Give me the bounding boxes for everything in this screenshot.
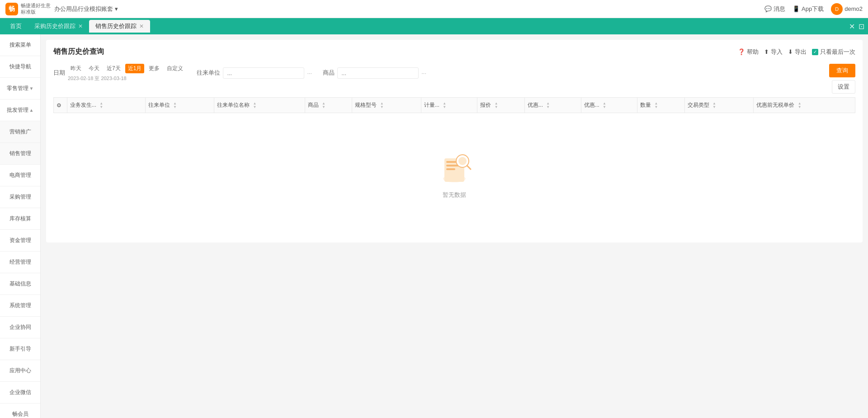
table-header-quoted-price[interactable]: 报价 ▲▼ <box>477 98 525 113</box>
svg-point-6 <box>458 157 467 165</box>
product-filter-group: 商品 ··· <box>323 67 426 79</box>
table-header-trade-type[interactable]: 交易类型 ▲▼ <box>684 98 754 113</box>
sidebar-item-search-menu[interactable]: 搜索菜单 <box>0 34 40 56</box>
query-button[interactable]: 查询 <box>829 64 855 77</box>
only-last-label: 只看最后一次 <box>820 48 855 56</box>
sidebar-marketing-promo-label: 营销推广 <box>9 128 31 136</box>
sidebar-item-member[interactable]: 畅会员 <box>0 404 40 418</box>
tab-sales-history[interactable]: 销售历史价跟踪 ✕ <box>89 20 150 33</box>
date-filter-label: 日期 <box>53 69 65 77</box>
sidebar-purchase-mgmt-label: 采购管理 <box>9 193 31 201</box>
settings-button[interactable]: 设置 <box>832 80 855 94</box>
sidebar-item-basic-info[interactable]: 基础信息 <box>0 273 40 295</box>
table-header-product[interactable]: 商品 ▲▼ <box>305 98 352 113</box>
app-selector[interactable]: 办公用品行业模拟账套 ▾ <box>54 5 118 13</box>
table-header-discount2[interactable]: 优惠... ▲▼ <box>581 98 637 113</box>
tab-home-label: 首页 <box>10 22 22 30</box>
sidebar-item-enterprise-wechat[interactable]: 企业微信 <box>0 382 40 404</box>
message-btn[interactable]: 💬 消息 <box>764 5 785 13</box>
sidebar-item-operations-mgmt[interactable]: 经营管理 <box>0 252 40 273</box>
checkbox-checked-icon: ✓ <box>812 49 818 55</box>
date-tab-yesterday[interactable]: 昨天 <box>68 64 84 73</box>
sidebar-item-finance-mgmt[interactable]: 资金管理 <box>0 230 40 252</box>
sidebar-item-system-mgmt[interactable]: 系统管理 <box>0 295 40 317</box>
main-layout: 搜索菜单 快捷导航 零售管理 ▼ 批发管理 ▲ 营销推广 销售管理 电商管理 采… <box>0 34 868 418</box>
table-header-biz-date[interactable]: 业务发生... ▲▼ <box>67 98 146 113</box>
logo-icon: 畅 <box>5 3 18 15</box>
close-all-tabs-icon[interactable]: ✕ <box>849 22 855 31</box>
close-sales-tab-icon[interactable]: ✕ <box>139 23 144 29</box>
export-icon: ⬇ <box>788 48 793 55</box>
partner-dots-btn[interactable]: ··· <box>307 70 312 76</box>
sidebar-item-ecommerce-mgmt[interactable]: 电商管理 <box>0 165 40 186</box>
date-tab-7days[interactable]: 近7天 <box>104 64 123 73</box>
top-bar-left: 畅 畅捷通好生意 标准版 办公用品行业模拟账套 ▾ <box>5 3 118 15</box>
export-btn[interactable]: ⬇ 导出 <box>788 48 807 56</box>
sidebar-finance-mgmt-label: 资金管理 <box>9 237 31 244</box>
sidebar-item-wholesale-mgmt[interactable]: 批发管理 ▲ <box>0 100 40 121</box>
sidebar-item-sales-mgmt[interactable]: 销售管理 <box>0 143 40 165</box>
date-tab-today[interactable]: 今天 <box>86 64 102 73</box>
date-range-display: 2023-02-18 至 2023-03-18 <box>68 75 186 82</box>
sidebar-ecommerce-mgmt-label: 电商管理 <box>9 171 31 179</box>
sidebar-item-retail-mgmt[interactable]: 零售管理 ▼ <box>0 78 40 100</box>
sidebar-item-app-center[interactable]: 应用中心 <box>0 360 40 382</box>
empty-icon <box>436 149 472 185</box>
table-header-partner-code[interactable]: 往来单位 ▲▼ <box>145 98 214 113</box>
logo-text: 畅捷通好生意 标准版 <box>21 3 51 14</box>
filter-section: 日期 昨天 今天 近7天 近1月 更多 自定义 2023-02-18 至 202… <box>53 64 855 94</box>
filter-fields: 日期 昨天 今天 近7天 近1月 更多 自定义 2023-02-18 至 202… <box>53 64 822 82</box>
sidebar-item-purchase-mgmt[interactable]: 采购管理 <box>0 186 40 208</box>
product-dots-btn[interactable]: ··· <box>421 70 426 76</box>
sidebar: 搜索菜单 快捷导航 零售管理 ▼ 批发管理 ▲ 营销推广 销售管理 电商管理 采… <box>0 34 41 418</box>
product-filter-label: 商品 <box>323 69 335 77</box>
tab-bar-actions: ✕ ⊡ <box>849 22 864 31</box>
date-filter-group: 日期 昨天 今天 近7天 近1月 更多 自定义 2023-02-18 至 202… <box>53 64 186 82</box>
page-actions: ❓ 帮助 ⬆ 导入 ⬇ 导出 ✓ 只看最后一次 <box>738 48 855 56</box>
import-btn[interactable]: ⬆ 导入 <box>764 48 783 56</box>
import-icon: ⬆ <box>764 48 769 55</box>
table-header-spec[interactable]: 规格型号 ▲▼ <box>352 98 421 113</box>
chevron-down-retail-icon: ▼ <box>29 86 34 91</box>
sidebar-inventory-label: 库存核算 <box>9 215 31 223</box>
sidebar-item-new-guide[interactable]: 新手引导 <box>0 338 40 360</box>
table-header-quantity[interactable]: 数量 ▲▼ <box>637 98 685 113</box>
page-card: 销售历史价查询 ❓ 帮助 ⬆ 导入 ⬇ 导出 ✓ <box>46 40 863 242</box>
sidebar-item-enterprise-collab[interactable]: 企业协同 <box>0 317 40 338</box>
download-icon: 📱 <box>793 5 800 12</box>
tab-home[interactable]: 首页 <box>4 20 28 33</box>
sidebar-item-marketing-promo[interactable]: 营销推广 <box>0 121 40 143</box>
sidebar-enterprise-collab-label: 企业协同 <box>9 323 31 331</box>
date-tab-custom[interactable]: 自定义 <box>164 64 186 73</box>
sidebar-operations-mgmt-label: 经营管理 <box>9 258 31 266</box>
data-table: ⚙ 业务发生... ▲▼ 往来单位 ▲▼ 往来单位名称 ▲▼ <box>53 97 855 113</box>
table-header-partner-name[interactable]: 往来单位名称 ▲▼ <box>214 98 305 113</box>
partner-input[interactable] <box>223 67 304 79</box>
sidebar-item-quick-nav[interactable]: 快捷导航 <box>0 56 40 78</box>
svg-line-7 <box>467 166 471 169</box>
message-icon: 💬 <box>764 5 772 12</box>
user-area[interactable]: D demo2 <box>831 3 863 15</box>
product-input[interactable] <box>337 67 419 79</box>
sidebar-new-guide-label: 新手引导 <box>9 345 31 353</box>
date-tab-1month[interactable]: 近1月 <box>125 64 145 73</box>
table-header-gear[interactable]: ⚙ <box>54 98 67 113</box>
date-tab-more[interactable]: 更多 <box>146 64 162 73</box>
table-header-pre-tax-price[interactable]: 优惠前无税单价 ▲▼ <box>754 98 855 113</box>
sidebar-retail-mgmt-label: 零售管理 <box>7 85 28 92</box>
only-last-checkbox[interactable]: ✓ 只看最后一次 <box>812 48 855 56</box>
help-btn[interactable]: ❓ 帮助 <box>738 48 759 56</box>
sidebar-basic-info-label: 基础信息 <box>9 280 31 288</box>
page-title: 销售历史价查询 <box>53 47 104 57</box>
close-purchase-tab-icon[interactable]: ✕ <box>78 23 83 29</box>
table-header-unit[interactable]: 计量... ▲▼ <box>421 98 477 113</box>
tab-bar: 首页 采购历史价跟踪 ✕ 销售历史价跟踪 ✕ ✕ ⊡ <box>0 18 868 34</box>
sidebar-sales-mgmt-label: 销售管理 <box>9 150 31 157</box>
user-name: demo2 <box>844 5 863 12</box>
download-btn[interactable]: 📱 App下载 <box>793 5 824 13</box>
maximize-icon[interactable]: ⊡ <box>859 22 864 31</box>
table-header-discount1[interactable]: 优惠... ▲▼ <box>525 98 581 113</box>
tab-purchase-history[interactable]: 采购历史价跟踪 ✕ <box>28 20 89 33</box>
import-label: 导入 <box>771 48 783 56</box>
sidebar-item-inventory[interactable]: 库存核算 <box>0 208 40 230</box>
